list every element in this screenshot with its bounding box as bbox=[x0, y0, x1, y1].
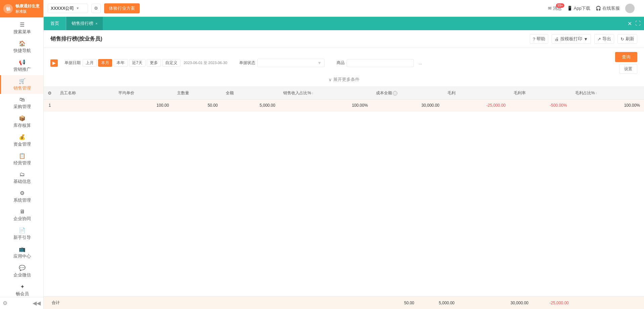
sidebar-item-label: 企业协同 bbox=[13, 216, 31, 222]
page-header: 销售排行榜(按业务员) ? 帮助 🖨 按模板打印 ▼ ↗ 导出 ↻ 刷新 bbox=[44, 30, 644, 48]
date-btn-7days[interactable]: 近7天 bbox=[129, 59, 145, 67]
settings-gear-btn[interactable]: ⚙ bbox=[91, 4, 101, 13]
tabbar-right: ✕ ⛶ bbox=[628, 20, 644, 27]
cell-avg-price: 100.00 bbox=[114, 100, 173, 111]
goods-input[interactable] bbox=[350, 61, 411, 65]
sidebar-item-label: 采购管理 bbox=[13, 104, 31, 110]
content-area: 销售排行榜(按业务员) ? 帮助 🖨 按模板打印 ▼ ↗ 导出 ↻ 刷新 bbox=[44, 30, 644, 309]
column-settings-icon[interactable]: ⚙ bbox=[48, 91, 52, 96]
export-icon: ↗ bbox=[597, 37, 601, 42]
logo-icon: 畅 bbox=[3, 3, 13, 14]
sidebar-item-label: 经营管理 bbox=[13, 160, 31, 166]
filter-bar: ▶ 单据日期 上月 本月 本年 近7天 更多 自定义 2023-06-01 至 … bbox=[44, 48, 644, 87]
finance-icon: 💰 bbox=[19, 134, 26, 140]
cost-info-icon[interactable]: ⓘ bbox=[393, 91, 397, 96]
message-btn[interactable]: ✉ 消息 99+ bbox=[548, 5, 562, 11]
data-table: ⚙ 员工名称 平均单价 主数量 全额 销售收入占比%↕ 成本全额ⓘ 毛利 bbox=[44, 87, 644, 111]
app-download-btn[interactable]: 📱 App下载 bbox=[567, 5, 590, 11]
sidebar-logo: 畅 畅康通好生意 标准版 bbox=[0, 0, 43, 17]
status-filter-label: 单据状态 bbox=[239, 60, 255, 66]
footer-gross: -25,000.00 bbox=[532, 301, 573, 305]
filter-expand-arrow[interactable]: ▶ bbox=[50, 59, 58, 67]
sidebar-item-sales[interactable]: 🛒 销售管理 bbox=[0, 75, 43, 94]
page-title: 销售排行榜(按业务员) bbox=[50, 36, 102, 43]
date-btn-more[interactable]: 更多 bbox=[147, 59, 161, 67]
expand-conditions-btn[interactable]: ∨ 展开更多条件 bbox=[329, 76, 359, 83]
avatar[interactable] bbox=[625, 4, 635, 13]
cell-idx: 1 bbox=[44, 100, 56, 111]
sidebar-bottom: ⚙ ◀◀ bbox=[0, 297, 43, 309]
cell-sales-pct: 100.00% bbox=[279, 100, 372, 111]
online-service-btn[interactable]: 🎧 在线客服 bbox=[596, 5, 620, 11]
print-button[interactable]: 🖨 按模板打印 ▼ bbox=[552, 34, 591, 44]
settings-bottom-btn[interactable]: ⚙ bbox=[3, 300, 7, 306]
chevron-down-icon: ▼ bbox=[76, 6, 79, 10]
tab-close-icon[interactable]: × bbox=[95, 21, 97, 25]
collapse-sidebar-btn[interactable]: ◀◀ bbox=[33, 300, 41, 306]
query-actions: 查询 设置 bbox=[615, 52, 637, 74]
sidebar-item-system[interactable]: ⚙ 系统管理 bbox=[0, 187, 43, 206]
mobile-icon: 📱 bbox=[567, 6, 572, 11]
sidebar-item-purchase[interactable]: 🛍 采购管理 bbox=[0, 94, 43, 112]
export-button[interactable]: ↗ 导出 bbox=[594, 34, 614, 44]
more-filters-btn[interactable]: ... bbox=[419, 61, 422, 65]
tab-home[interactable]: 首页 bbox=[44, 17, 66, 30]
tab-sales-ranking[interactable]: 销售排行榜 × bbox=[66, 17, 103, 30]
sidebar-item-marketing[interactable]: 📢 营销推广 bbox=[0, 56, 43, 75]
sidebar-item-apps[interactable]: 📺 应用中心 bbox=[0, 243, 43, 262]
service-label: 在线客服 bbox=[602, 5, 620, 11]
date-btn-this-year[interactable]: 本年 bbox=[114, 59, 128, 67]
sidebar-item-label: 搜索菜单 bbox=[13, 29, 31, 35]
sidebar-item-inventory[interactable]: 📦 库存核算 bbox=[0, 112, 43, 131]
sidebar-item-member[interactable]: ✦ 畅会员 bbox=[0, 281, 43, 297]
sidebar-item-finance[interactable]: 💰 资金管理 bbox=[0, 131, 43, 150]
sidebar-item-label: 销售管理 bbox=[13, 85, 31, 91]
sidebar-item-shortcut[interactable]: 🏠 快捷导航 bbox=[0, 38, 43, 56]
sidebar-item-label: 资金管理 bbox=[13, 141, 31, 147]
date-btn-last-month[interactable]: 上月 bbox=[83, 59, 97, 67]
col-avg-price: 平均单价 bbox=[114, 87, 173, 100]
goods-filter: 商品 ... bbox=[337, 59, 422, 67]
cell-qty: 50.00 bbox=[173, 100, 222, 111]
question-icon: ? bbox=[533, 37, 535, 42]
home-icon: 🏠 bbox=[19, 40, 26, 47]
help-button[interactable]: ? 帮助 bbox=[530, 34, 548, 44]
col-qty: 主数量 bbox=[173, 87, 222, 100]
sidebar-item-operation[interactable]: 📋 经营管理 bbox=[0, 150, 43, 169]
guide-icon: 📄 bbox=[19, 227, 26, 234]
col-gross-rate: 毛利率 bbox=[510, 87, 571, 100]
date-btn-this-month[interactable]: 本月 bbox=[98, 59, 112, 67]
sidebar-item-label: 营销推广 bbox=[13, 66, 31, 72]
sidebar-item-basic[interactable]: 🗂 基础信息 bbox=[0, 169, 43, 187]
sidebar-item-guide[interactable]: 📄 新手引导 bbox=[0, 224, 43, 243]
company-selector[interactable]: XXXXX公司 ▼ bbox=[48, 4, 88, 13]
svg-text:畅: 畅 bbox=[6, 6, 10, 11]
column-settings-button[interactable]: 设置 bbox=[619, 64, 637, 74]
sidebar-item-search[interactable]: ☰ 搜索菜单 bbox=[0, 19, 43, 38]
sidebar-item-wechat[interactable]: 💬 企业微信 bbox=[0, 262, 43, 281]
close-window-icon[interactable]: ✕ bbox=[628, 20, 632, 27]
sidebar-item-label: 基础信息 bbox=[13, 178, 31, 185]
date-range-text: 2023-06-01 至 2023-06-30 bbox=[184, 60, 227, 65]
query-button[interactable]: 查询 bbox=[615, 52, 637, 62]
headset-icon: 🎧 bbox=[596, 6, 601, 11]
expand-more-row: ∨ 展开更多条件 bbox=[50, 76, 637, 83]
try-industry-button[interactable]: 体验行业方案 bbox=[104, 3, 140, 13]
date-buttons: 上月 本月 本年 近7天 更多 自定义 bbox=[83, 59, 180, 67]
col-cost: 成本全额ⓘ bbox=[372, 87, 443, 100]
sidebar-item-label: 系统管理 bbox=[13, 197, 31, 203]
status-select[interactable]: ▼ bbox=[257, 59, 325, 67]
date-btn-custom[interactable]: 自定义 bbox=[162, 59, 180, 67]
cell-gross-pct: 100.00% bbox=[571, 100, 644, 111]
goods-filter-label: 商品 bbox=[337, 60, 345, 66]
maximize-window-icon[interactable]: ⛶ bbox=[635, 20, 641, 27]
message-badge: 99+ bbox=[556, 3, 564, 8]
sidebar-item-label: 新手引导 bbox=[13, 235, 31, 241]
footer-amount: 5,000.00 bbox=[418, 301, 459, 305]
refresh-button[interactable]: ↻ 刷新 bbox=[617, 34, 637, 44]
sidebar-item-coop[interactable]: 🖥 企业协同 bbox=[0, 206, 43, 224]
cell-name bbox=[56, 100, 114, 111]
sidebar-item-label: 快捷导航 bbox=[13, 48, 31, 54]
table-header-row: ⚙ 员工名称 平均单价 主数量 全额 销售收入占比%↕ 成本全额ⓘ 毛利 bbox=[44, 87, 644, 100]
cell-gross-rate: -500.00% bbox=[510, 100, 571, 111]
